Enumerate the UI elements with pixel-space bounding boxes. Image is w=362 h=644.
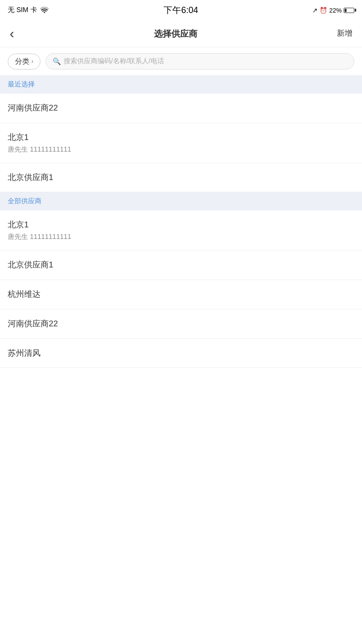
status-right: ↗ ⏰ 22% [312,7,354,14]
supplier-name: 北京1 [8,132,354,143]
status-bar: 无 SIM 卡 下午6:04 ↗ ⏰ 22% [0,0,362,20]
section-header-recent: 最近选择 [0,75,362,94]
list-item[interactable]: 杭州维达 [0,280,362,309]
list-item[interactable]: 北京1唐先生 11111111111 [0,123,362,163]
back-button[interactable]: ‹ [10,26,14,42]
add-button[interactable]: 新增 [337,28,352,39]
search-placeholder: 搜索供应商编码/名称/联系人/电话 [64,57,164,66]
supplier-name: 北京1 [8,219,354,231]
filter-bar: 分类 › 🔍 搜索供应商编码/名称/联系人/电话 [0,47,362,75]
list-item[interactable]: 北京供应商1 [0,163,362,193]
list-item[interactable]: 北京供应商1 [0,251,362,280]
alarm-icon: ⏰ [320,7,327,14]
supplier-name: 苏州清风 [8,348,354,359]
supplier-list: 最近选择河南供应商22北京1唐先生 11111111111北京供应商1全部供应商… [0,75,362,368]
section-header-all: 全部供应商 [0,192,362,210]
search-box[interactable]: 🔍 搜索供应商编码/名称/联系人/电话 [45,53,354,70]
supplier-sub: 唐先生 11111111111 [8,145,354,154]
battery-icon [344,8,354,13]
list-item[interactable]: 河南供应商22 [0,94,362,123]
supplier-name: 北京供应商1 [8,259,354,271]
no-sim-label: 无 SIM 卡 [8,6,37,14]
category-button[interactable]: 分类 › [8,54,41,70]
supplier-name: 河南供应商22 [8,318,354,330]
chevron-right-icon: › [31,58,33,65]
page-title: 选择供应商 [154,28,197,40]
status-time: 下午6:04 [164,4,198,16]
supplier-name: 杭州维达 [8,289,354,300]
location-icon: ↗ [312,7,318,14]
supplier-name: 北京供应商1 [8,172,354,183]
list-item[interactable]: 河南供应商22 [0,309,362,339]
battery-percent: 22% [329,7,342,14]
category-label: 分类 [15,57,29,66]
search-icon: 🔍 [53,57,61,65]
wifi-icon [40,6,49,14]
supplier-sub: 唐先生 11111111111 [8,233,354,241]
list-item[interactable]: 北京1唐先生 11111111111 [0,210,362,251]
list-item[interactable]: 苏州清风 [0,339,362,368]
nav-bar: ‹ 选择供应商 新增 [0,20,362,47]
status-left: 无 SIM 卡 [8,6,49,14]
supplier-name: 河南供应商22 [8,102,354,114]
